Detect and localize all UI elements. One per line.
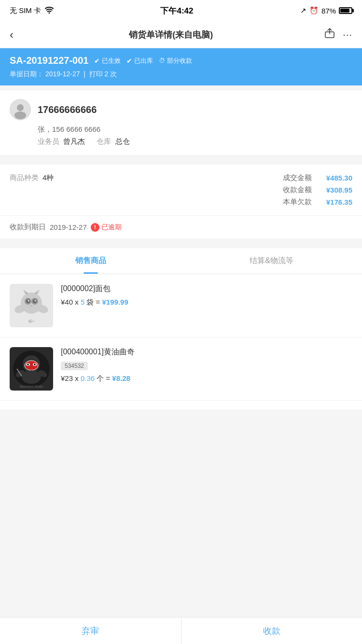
order-date-info: 单据日期： 2019-12-27 | 打印 2 次 <box>10 70 352 79</box>
divider-1 <box>0 155 362 160</box>
product-name-1: [0000002]面包 <box>61 284 352 294</box>
more-button[interactable]: ··· <box>343 29 352 40</box>
stats-section: 商品种类 4种 成交金额 ¥485.30 收款金额 ¥308.95 本单欠款 ¥… <box>0 165 362 215</box>
transaction-label: 成交金额 <box>283 173 312 182</box>
svg-point-25 <box>27 364 29 365</box>
avatar <box>10 99 31 120</box>
overdue-badge: ! 已逾期 <box>91 223 122 232</box>
product-item-1: 鲸+ [0000002]面包 ¥40 x 5 袋 = ¥199.99 <box>0 274 362 337</box>
order-id: SA-20191227-001 <box>10 55 88 66</box>
overdue-date: 2019-12-27 <box>50 223 87 231</box>
alarm-icon: ⏰ <box>309 6 319 15</box>
product-item-partial <box>0 401 362 410</box>
status-shipped: ✔ 已出库 <box>126 56 153 65</box>
order-header: SA-20191227-001 ✔ 已生效 ✔ 已出库 ⏱ 部分收款 单据日期：… <box>0 48 362 85</box>
nav-actions: ··· <box>324 28 352 41</box>
customer-name: 17666666666 <box>38 104 97 115</box>
overdue-section: 收款到期日 2019-12-27 ! 已逾期 <box>0 215 362 238</box>
product-info-1: [0000002]面包 ¥40 x 5 袋 = ¥199.99 <box>61 284 352 307</box>
customer-phone: 张，156 6666 6666 <box>10 125 352 134</box>
sales-label: 业务员 <box>38 137 59 145</box>
svg-point-2 <box>17 104 24 111</box>
category-value: 4种 <box>42 173 54 182</box>
svg-point-11 <box>35 300 36 302</box>
collect-payment-button[interactable]: 收款 <box>181 617 362 644</box>
cancel-audit-button[interactable]: 弃审 <box>0 617 181 644</box>
carrier-label: 无 SIM 卡 <box>10 6 41 15</box>
svg-point-3 <box>14 112 26 119</box>
nav-bar: ‹ 销货单详情(来自电脑) ··· <box>0 21 362 48</box>
overdue-label: 收款到期日 <box>10 223 46 232</box>
category-label: 商品种类 <box>10 173 39 182</box>
wifi-icon <box>45 7 54 15</box>
overdue-dot-icon: ! <box>91 223 99 232</box>
tab-products[interactable]: 销售商品 <box>0 248 181 274</box>
toolbar-spacer <box>0 410 362 444</box>
divider-2 <box>0 238 362 243</box>
location-icon: ↗ <box>300 6 306 15</box>
bottom-toolbar: 弃审 收款 <box>0 617 362 644</box>
tab-settlement[interactable]: 结算&物流等 <box>181 248 362 274</box>
status-effective: ✔ 已生效 <box>94 56 121 65</box>
page-title: 销货单详情(来自电脑) <box>17 29 324 41</box>
svg-point-26 <box>34 364 36 365</box>
customer-meta: 业务员 曾凡杰 仓库 总仓 <box>10 137 352 146</box>
received-value: ¥308.95 <box>326 186 352 194</box>
product-thumb-2: danowed whats <box>10 347 53 391</box>
debt-value: ¥176.35 <box>326 198 352 206</box>
status-right: ↗ ⏰ 87% <box>300 6 352 15</box>
product-name-2: [000400001]黄油曲奇 <box>61 347 352 357</box>
status-left: 无 SIM 卡 <box>10 6 54 15</box>
product-sku-2: 534532 <box>61 362 88 370</box>
product-thumb-1: 鲸+ <box>10 284 53 327</box>
status-time: 下午4:42 <box>160 5 193 16</box>
back-button[interactable]: ‹ <box>10 24 17 45</box>
status-partial: ⏱ 部分收款 <box>159 56 192 65</box>
product-list: 鲸+ [0000002]面包 ¥40 x 5 袋 = ¥199.99 <box>0 274 362 410</box>
battery-icon <box>339 7 352 14</box>
sales-value: 曾凡杰 <box>63 137 85 145</box>
tabs-section[interactable]: 销售商品 结算&物流等 <box>0 248 362 274</box>
battery-percent: 87% <box>321 7 336 15</box>
svg-text:danowed whats: danowed whats <box>20 385 43 388</box>
svg-text:鲸+: 鲸+ <box>28 319 35 323</box>
warehouse-value: 总仓 <box>115 137 130 145</box>
svg-point-10 <box>28 300 29 302</box>
share-button[interactable] <box>324 28 335 41</box>
customer-section: 17666666666 张，156 6666 6666 业务员 曾凡杰 仓库 总… <box>0 90 362 155</box>
product-item-2: danowed whats [000400001]黄油曲奇 534532 ¥23… <box>0 337 362 401</box>
warehouse-label: 仓库 <box>97 137 111 145</box>
product-info-2: [000400001]黄油曲奇 534532 ¥23 x 0.36 个 = ¥8… <box>61 347 352 383</box>
status-bar: 无 SIM 卡 下午4:42 ↗ ⏰ 87% <box>0 0 362 21</box>
received-label: 收款金额 <box>283 185 312 195</box>
product-price-2: ¥23 x 0.36 个 = ¥8.28 <box>61 374 352 383</box>
debt-label: 本单欠款 <box>283 197 312 207</box>
transaction-value: ¥485.30 <box>326 174 352 182</box>
product-price-1: ¥40 x 5 袋 = ¥199.99 <box>61 298 352 307</box>
